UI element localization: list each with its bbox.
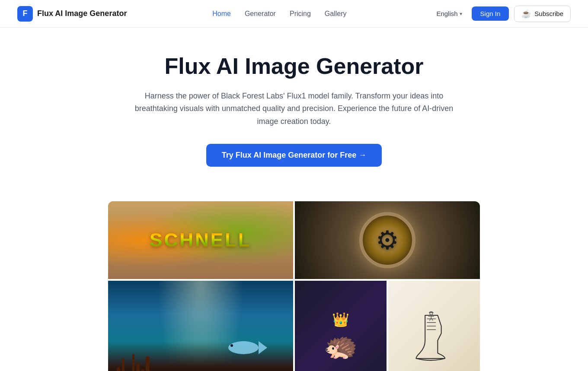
brand: F Flux AI Image Generator: [17, 6, 127, 22]
gallery-bottom-right: 👑 🦔: [295, 281, 480, 371]
subscribe-button[interactable]: ☕ Subscribe: [514, 6, 571, 22]
gallery-image-ocean[interactable]: [108, 281, 293, 371]
fish-icon: [224, 337, 267, 358]
navbar-actions: English ▾ Sign In ☕ Subscribe: [432, 6, 571, 22]
gallery-image-hedgehog[interactable]: 👑 🦔: [295, 281, 387, 371]
watch-decoration: ⚙: [359, 212, 415, 268]
hedgehog-icon: 🦔: [323, 330, 358, 361]
boot-decoration: [393, 286, 476, 371]
svg-point-0: [228, 341, 259, 354]
boot-icon: [412, 311, 456, 363]
gallery-image-schnell[interactable]: SCHNELL: [108, 201, 293, 279]
schnell-text: SCHNELL: [150, 229, 252, 251]
language-selector[interactable]: English ▾: [432, 7, 466, 20]
nav-link-pricing[interactable]: Pricing: [290, 10, 311, 18]
svg-line-11: [431, 318, 433, 321]
svg-line-10: [429, 318, 431, 321]
svg-marker-1: [259, 341, 267, 354]
hedgehog-decoration: 👑 🦔: [323, 311, 358, 362]
gear-icon: ⚙: [376, 225, 399, 255]
nav-link-generator[interactable]: Generator: [245, 10, 276, 18]
coral-shapes: [117, 354, 150, 371]
language-label: English: [436, 10, 457, 17]
image-grid: SCHNELL ⚙: [108, 201, 480, 371]
navbar: F Flux AI Image Generator Home Generator…: [0, 0, 588, 28]
subscribe-label: Subscribe: [534, 10, 563, 17]
coffee-icon: ☕: [521, 9, 531, 19]
hero-subtitle: Harness the power of Black Forest Labs' …: [130, 90, 458, 128]
cta-button[interactable]: Try Flux AI Image Generator for Free →: [206, 144, 382, 167]
logo-icon: F: [17, 6, 33, 22]
gallery-image-watch[interactable]: ⚙: [295, 201, 480, 279]
gallery-section: SCHNELL ⚙: [0, 184, 588, 371]
hero-section: Flux AI Image Generator Harness the powe…: [0, 28, 588, 184]
brand-name: Flux AI Image Generator: [37, 9, 127, 18]
gallery-image-boot[interactable]: [388, 281, 480, 371]
hero-title: Flux AI Image Generator: [17, 54, 571, 79]
nav-link-home[interactable]: Home: [212, 10, 231, 18]
nav-links: Home Generator Pricing Gallery: [212, 10, 346, 18]
svg-point-2: [230, 344, 233, 347]
chevron-down-icon: ▾: [460, 11, 462, 17]
crown-icon: 👑: [323, 311, 358, 328]
svg-point-7: [430, 312, 433, 315]
nav-link-gallery[interactable]: Gallery: [325, 10, 347, 18]
signin-button[interactable]: Sign In: [472, 6, 509, 21]
